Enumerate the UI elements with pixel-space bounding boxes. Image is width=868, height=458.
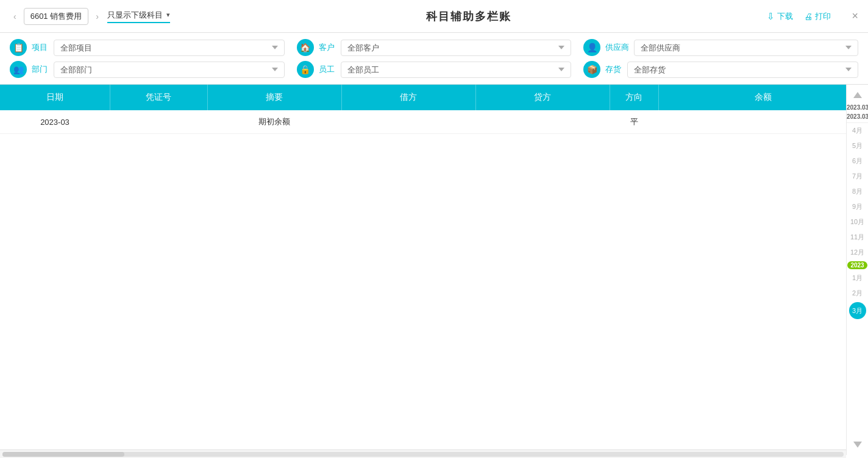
download-button[interactable]: ⇩ 下载: [767, 11, 793, 22]
main-window: ‹ 6601 销售费用 › 只显示下级科目 ▾ 科目辅助多栏账 ⇩ 下载 🖨 打…: [0, 0, 868, 458]
col-direction: 方向: [610, 85, 658, 110]
cell-2: 期初余额: [207, 110, 341, 134]
project-select[interactable]: 全部项目: [54, 40, 285, 56]
filter-item-supplier: 👤 供应商 全部供应商: [583, 39, 858, 56]
print-label: 打印: [815, 11, 831, 22]
year-2023-badge: 2023: [847, 261, 867, 269]
page-title: 科目辅助多栏账: [170, 9, 767, 24]
download-label: 下载: [777, 11, 793, 22]
timeline-up-arrow[interactable]: [847, 87, 868, 103]
print-button[interactable]: 🖨 打印: [804, 11, 831, 22]
timeline-down-arrow[interactable]: [847, 437, 868, 453]
employee-select[interactable]: 全部员工: [341, 62, 572, 78]
cell-3: [341, 110, 475, 134]
timeline-month-1[interactable]: 1月: [847, 270, 868, 286]
bottom-scrollbar[interactable]: [0, 449, 846, 458]
cell-1: [110, 110, 207, 134]
filter-bar: 📋 项目 全部项目 🏠 客户 全部客户 👤 供应商 全部供应商 👥 部门 全: [0, 33, 868, 85]
col-balance: 余额: [658, 85, 868, 110]
top-bar: ‹ 6601 销售费用 › 只显示下级科目 ▾ 科目辅助多栏账 ⇩ 下载 🖨 打…: [0, 0, 868, 33]
dept-label: 部门: [32, 64, 49, 75]
close-button[interactable]: ×: [852, 10, 858, 23]
employee-icon: 🔒: [297, 61, 314, 78]
scrollbar-thumb: [2, 452, 124, 457]
col-credit: 贷方: [475, 85, 610, 110]
cell-5: 平: [610, 110, 658, 134]
dept-select[interactable]: 全部部门: [54, 62, 285, 78]
table-wrapper: 日期 凭证号 摘要 借方 贷方 方向 余额 2023-03期初余额平: [0, 85, 868, 455]
filter-item-inventory: 📦 存货 全部存货: [583, 61, 858, 78]
supplier-icon: 👤: [583, 39, 600, 56]
table-row: 2023-03期初余额平: [0, 110, 868, 134]
filter-item-employee: 🔒 员工 全部员工: [297, 61, 572, 78]
timeline-month-3-active[interactable]: 3月: [849, 302, 866, 319]
inventory-label: 存货: [605, 64, 622, 75]
col-summary: 摘要: [207, 85, 341, 110]
timeline-month-7[interactable]: 7月: [847, 169, 868, 184]
timeline-period-2023-03-b[interactable]: 2023.03: [847, 112, 868, 123]
filter-item-project: 📋 项目 全部项目: [10, 39, 285, 56]
timeline-month-2[interactable]: 2月: [847, 286, 868, 301]
cell-0: 2023-03: [0, 110, 110, 134]
inventory-select[interactable]: 全部存货: [627, 62, 858, 78]
customer-select[interactable]: 全部客户: [341, 40, 572, 56]
timeline-month-10[interactable]: 10月: [847, 214, 868, 230]
cell-6: [658, 110, 868, 134]
show-sub-label: 只显示下级科目: [107, 10, 163, 21]
supplier-label: 供应商: [605, 42, 629, 53]
timeline-year-badge: 2023: [847, 260, 868, 270]
project-icon: 📋: [10, 39, 27, 56]
dept-icon: 👥: [10, 61, 27, 78]
col-voucher: 凭证号: [110, 85, 207, 110]
account-code-display: 6601 销售费用: [24, 8, 89, 25]
col-date: 日期: [0, 85, 110, 110]
timeline-period-2023-03-a[interactable]: 2023.03: [847, 103, 868, 112]
inventory-icon: 📦: [583, 61, 600, 78]
prev-account-arrow[interactable]: ‹: [10, 10, 20, 23]
timeline-month-12[interactable]: 12月: [847, 245, 868, 260]
customer-label: 客户: [319, 42, 336, 53]
filter-item-customer: 🏠 客户 全部客户: [297, 39, 572, 56]
show-sub-dropdown[interactable]: 只显示下级科目 ▾: [107, 10, 170, 23]
employee-label: 员工: [319, 64, 336, 75]
timeline-month-9[interactable]: 9月: [847, 199, 868, 214]
timeline-month-8[interactable]: 8月: [847, 184, 868, 199]
filter-item-dept: 👥 部门 全部部门: [10, 61, 285, 78]
download-icon: ⇩: [767, 11, 775, 22]
timeline-month-6[interactable]: 6月: [847, 153, 868, 169]
timeline-month-4[interactable]: 4月: [847, 123, 868, 138]
main-table: 日期 凭证号 摘要 借方 贷方 方向 余额 2023-03期初余额平: [0, 85, 868, 134]
supplier-select[interactable]: 全部供应商: [634, 40, 858, 56]
timeline-sidebar: 2023.03 2023.03 4月 5月 6月 7月 8月 9月 10月 11…: [846, 85, 868, 455]
next-account-arrow[interactable]: ›: [92, 10, 102, 23]
timeline-month-11[interactable]: 11月: [847, 230, 868, 245]
print-icon: 🖨: [804, 12, 813, 21]
project-label: 项目: [32, 42, 49, 53]
scrollbar-track: [2, 452, 844, 457]
toolbar-right: ⇩ 下载 🖨 打印 ×: [767, 10, 858, 23]
customer-icon: 🏠: [297, 39, 314, 56]
col-debit: 借方: [341, 85, 475, 110]
cell-4: [475, 110, 610, 134]
timeline-month-5[interactable]: 5月: [847, 138, 868, 153]
